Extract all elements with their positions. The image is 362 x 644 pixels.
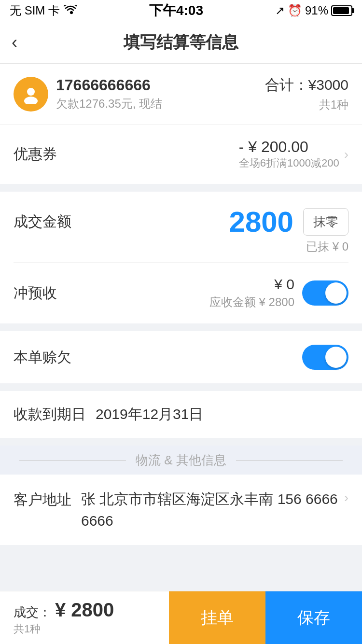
hang-button[interactable]: 挂单 bbox=[169, 591, 265, 644]
status-time: 下午4:03 bbox=[149, 1, 203, 20]
coupon-row[interactable]: 优惠券 - ¥ 200.00 全场6折满1000减200 › bbox=[0, 124, 362, 184]
coupon-desc: 全场6折满1000减200 bbox=[239, 156, 339, 170]
ben-dan-section: 本单赊欠 bbox=[0, 331, 362, 383]
coupon-right: - ¥ 200.00 全场6折满1000减200 › bbox=[239, 138, 348, 170]
wifi-icon bbox=[64, 4, 77, 17]
divider-line-right bbox=[236, 460, 343, 461]
status-left: 无 SIM 卡 bbox=[10, 3, 77, 18]
svg-point-1 bbox=[24, 97, 38, 104]
alarm-icon: ⏰ bbox=[288, 4, 302, 17]
toggle-knob-2 bbox=[325, 347, 347, 368]
status-bar: 无 SIM 卡 下午4:03 ↗ ⏰ 91% bbox=[0, 0, 362, 21]
customer-left: 17666666666 欠款1276.35元, 现结 bbox=[14, 76, 162, 112]
cys-label: 冲预收 bbox=[14, 283, 57, 303]
bottom-deal-label: 成交： bbox=[14, 604, 51, 621]
section-divider: 物流 & 其他信息 bbox=[0, 446, 362, 475]
avatar bbox=[14, 77, 48, 112]
divider-line: 物流 & 其他信息 bbox=[0, 452, 362, 469]
total-count: 共1种 bbox=[265, 97, 348, 112]
date-value: 2019年12月31日 bbox=[96, 405, 203, 424]
battery-icon bbox=[331, 5, 352, 16]
save-button[interactable]: 保存 bbox=[265, 591, 362, 644]
chong-yu-shou-row: 冲预收 ¥ 0 应收金额 ¥ 2800 bbox=[14, 262, 348, 323]
bottom-count: 共1种 bbox=[14, 622, 155, 636]
customer-sub: 欠款1276.35元, 现结 bbox=[56, 96, 162, 112]
ben-dan-label: 本单赊欠 bbox=[14, 348, 71, 367]
bottom-summary-top: 成交： ¥ 2800 bbox=[14, 599, 155, 621]
coupon-label: 优惠券 bbox=[14, 144, 57, 164]
date-section: 收款到期日 2019年12月31日 bbox=[0, 391, 362, 438]
total-amount: 合计：¥3000 bbox=[265, 75, 348, 95]
bottom-deal-amount: ¥ 2800 bbox=[55, 599, 114, 621]
customer-phone: 17666666666 bbox=[56, 76, 162, 94]
address-label: 客户地址 bbox=[14, 488, 71, 510]
customer-right: 合计：¥3000 共1种 bbox=[265, 75, 348, 112]
toggle-knob bbox=[325, 282, 347, 304]
divider-text: 物流 & 其他信息 bbox=[136, 452, 226, 469]
back-button[interactable]: ‹ bbox=[12, 32, 17, 53]
deal-sub: 已抹 ¥ 0 bbox=[306, 240, 348, 253]
bottom-bar: 成交： ¥ 2800 共1种 挂单 保存 bbox=[0, 591, 362, 644]
coupon-amount: - ¥ 200.00 bbox=[239, 138, 339, 156]
deal-amount: 2800 bbox=[229, 205, 293, 238]
chevron-right-icon: › bbox=[344, 147, 348, 162]
divider-line-left bbox=[19, 460, 126, 461]
customer-card: 17666666666 欠款1276.35元, 现结 合计：¥3000 共1种 … bbox=[0, 64, 362, 184]
address-chevron-icon: › bbox=[344, 488, 348, 505]
cys-amount-area: ¥ 0 应收金额 ¥ 2800 bbox=[209, 276, 294, 310]
date-label: 收款到期日 bbox=[14, 405, 86, 424]
bottom-summary: 成交： ¥ 2800 共1种 bbox=[0, 599, 169, 636]
customer-row: 17666666666 欠款1276.35元, 现结 合计：¥3000 共1种 bbox=[0, 64, 362, 124]
cys-right: ¥ 0 应收金额 ¥ 2800 bbox=[209, 276, 348, 310]
status-right: ↗ ⏰ 91% bbox=[275, 4, 352, 17]
page-title: 填写结算等信息 bbox=[124, 31, 238, 54]
battery-percent: 91% bbox=[305, 4, 328, 17]
cys-amount: ¥ 0 bbox=[209, 276, 294, 293]
cys-sub: 应收金额 ¥ 2800 bbox=[209, 294, 294, 310]
address-value: 张 北京市市辖区海淀区永丰南 156 6666 6666 bbox=[81, 488, 344, 532]
nav-bar: ‹ 填写结算等信息 bbox=[0, 21, 362, 64]
address-section[interactable]: 客户地址 张 北京市市辖区海淀区永丰南 156 6666 6666 › bbox=[0, 475, 362, 545]
sim-label: 无 SIM 卡 bbox=[10, 3, 60, 18]
main-content: 17666666666 欠款1276.35元, 现结 合计：¥3000 共1种 … bbox=[0, 64, 362, 642]
coupon-info: - ¥ 200.00 全场6折满1000减200 bbox=[239, 138, 339, 170]
round-button[interactable]: 抹零 bbox=[303, 208, 348, 236]
ben-dan-toggle[interactable] bbox=[302, 345, 348, 370]
deal-card: 成交金额 2800 抹零 已抹 ¥ 0 冲预收 ¥ 0 应收金额 ¥ 2800 bbox=[0, 192, 362, 323]
chong-yu-shou-toggle[interactable] bbox=[302, 280, 348, 306]
deal-label: 成交金额 bbox=[14, 212, 71, 232]
svg-point-0 bbox=[27, 88, 35, 96]
deal-right: 2800 抹零 bbox=[229, 205, 348, 238]
location-icon: ↗ bbox=[275, 4, 285, 17]
customer-info: 17666666666 欠款1276.35元, 现结 bbox=[56, 76, 162, 112]
deal-row: 成交金额 2800 抹零 bbox=[14, 205, 348, 238]
